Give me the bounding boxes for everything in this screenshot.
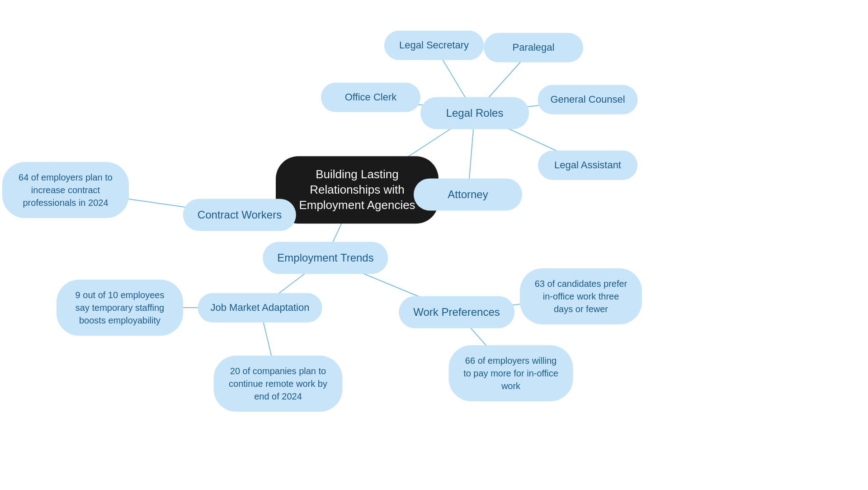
- legal-secretary-node: Legal Secretary: [384, 31, 484, 60]
- stat9-node: 9 out of 10 employees say temporary staf…: [57, 280, 183, 336]
- paralegal-node: Paralegal: [484, 33, 583, 62]
- general-counsel-node: General Counsel: [538, 85, 637, 114]
- contract-workers-node: Contract Workers: [183, 199, 296, 231]
- work-preferences-node: Work Preferences: [399, 296, 514, 328]
- office-clerk-node: Office Clerk: [321, 83, 420, 112]
- stat66-node: 66 of employers willing to pay more for …: [449, 345, 573, 401]
- stat63-node: 63 of candidates prefer in-office work t…: [520, 268, 642, 324]
- stat64-node: 64 of employers plan to increase contrac…: [2, 162, 129, 218]
- job-market-node: Job Market Adaptation: [198, 293, 322, 323]
- stat20-node: 20 of companies plan to continue remote …: [214, 356, 343, 412]
- legal-assistant-node: Legal Assistant: [538, 151, 637, 180]
- attorney-node: Attorney: [414, 178, 522, 210]
- employment-trends-node: Employment Trends: [263, 242, 388, 274]
- legal-roles-node: Legal Roles: [420, 97, 529, 129]
